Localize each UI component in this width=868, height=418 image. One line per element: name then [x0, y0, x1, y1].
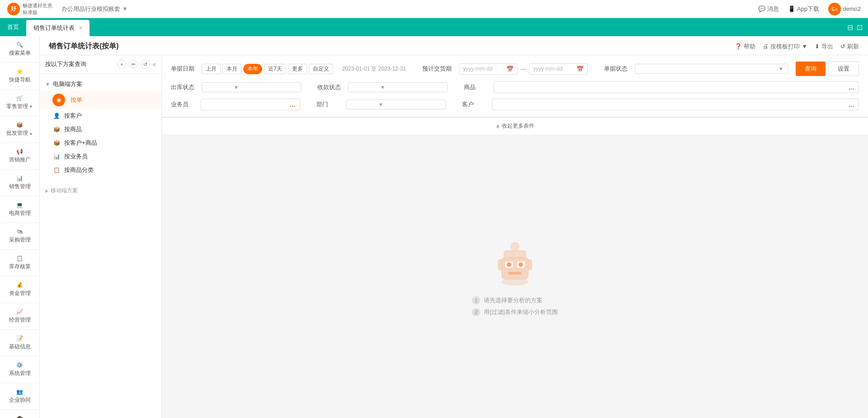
refresh-scheme-btn[interactable]: ↺	[141, 60, 150, 69]
wholesale-icon: 📦	[16, 122, 23, 128]
svg-point-4	[507, 262, 511, 267]
empty-tip-2: 2 用[过滤]条件来缩小分析范围	[472, 308, 557, 316]
bill-status-select[interactable]: ▼	[635, 64, 788, 74]
tab-sales-order[interactable]: 销售订单统计表 ×	[26, 20, 90, 36]
sidebar-item-marketing[interactable]: 📢 营销推广	[0, 143, 39, 170]
sidebar-item-system[interactable]: ⚙️ 系统管理	[0, 356, 39, 383]
sidebar-item-purchase[interactable]: 🛍 采购管理	[0, 223, 39, 250]
search-icon: 🔍	[16, 42, 23, 48]
date-btn-custom[interactable]: 自定义	[309, 64, 333, 74]
tip-num-2: 2	[472, 308, 480, 316]
date-label: 单据日期	[171, 65, 194, 73]
logo-icon: 好	[7, 3, 20, 15]
tree-expand-icon: ▼	[45, 81, 50, 87]
sidebar-item-inventory[interactable]: 📋 库存核算	[0, 250, 39, 276]
date-start-placeholder: yyyy-mm-dd	[463, 66, 492, 72]
expected-date-end-input[interactable]: yyyy-mm-dd 📅	[529, 63, 588, 75]
goods-input[interactable]: ...	[494, 81, 859, 93]
sidebar: 🔍 搜索菜单 ⭐ 快捷导航 🛒 零售管理 ▼ 📦 批发管理 ▲ 📢 营销推广	[0, 36, 40, 418]
app-icon: 📱	[788, 5, 795, 12]
expected-date-start-input[interactable]: yyyy-mm-dd 📅	[459, 63, 518, 75]
top-bar: 好 畅捷通好生意 标准版 办公用品行业模拟账套 ▼ 💬 消息 📱 App下载 E…	[0, 0, 868, 18]
sales-icon: 📊	[16, 175, 23, 181]
customer-more-icon[interactable]: ...	[849, 101, 854, 108]
scheme-item-by-order[interactable]: ◉ 按单	[40, 91, 161, 109]
date-btn-this-month[interactable]: 本月	[222, 64, 241, 74]
customer-input[interactable]: ...	[492, 99, 859, 110]
edit-scheme-btn[interactable]: ✏	[129, 60, 138, 69]
sidebar-item-ecommerce[interactable]: 💻 电商管理	[0, 196, 39, 223]
breadcrumb-arrow-icon[interactable]: ▼	[122, 5, 128, 12]
sidebar-item-newuser[interactable]: 🎓 新手引导	[0, 410, 39, 418]
sidebar-item-sales[interactable]: 📊 销售管理	[0, 170, 39, 196]
by-goods-icon: 📦	[52, 125, 61, 133]
tab-maximize-icon[interactable]: ⊡	[857, 23, 863, 32]
export-btn[interactable]: ⬇ 导出	[815, 43, 833, 51]
filter-row-3: 业务员 ... 部门 ▼ 客户 ...	[171, 99, 859, 110]
refresh-btn[interactable]: ↺ 刷新	[840, 43, 859, 51]
print-btn[interactable]: 🖨 按模板打印 ▼	[763, 43, 807, 51]
page-header-actions: ❓ 帮助 🖨 按模板打印 ▼ ⬇ 导出 ↺ 刷新	[735, 43, 859, 51]
by-customer-icon: 👤	[52, 112, 61, 120]
sidebar-item-operation[interactable]: 📈 经营管理	[0, 303, 39, 330]
pc-scheme-root[interactable]: ▼ 电脑端方案	[40, 77, 161, 91]
tab-bar-actions: ⊟ ⊡	[847, 23, 868, 32]
sidebar-item-finance[interactable]: 💰 资金管理	[0, 276, 39, 303]
goods-more-icon[interactable]: ...	[849, 84, 854, 91]
date-btn-7days[interactable]: 近7天	[264, 64, 286, 74]
sidebar-item-search[interactable]: 🔍 搜索菜单	[0, 36, 39, 63]
sidebar-item-enterprise[interactable]: 👥 企业协同	[0, 383, 39, 410]
system-icon: ⚙️	[16, 362, 23, 368]
settings-button[interactable]: 设置	[828, 62, 859, 76]
page-title: 销售订单统计表(按单)	[49, 42, 119, 51]
empty-state-svg	[488, 237, 542, 291]
department-select[interactable]: ▼	[346, 100, 446, 109]
add-scheme-btn[interactable]: +	[117, 60, 126, 69]
user-menu[interactable]: Ea demo2	[828, 3, 861, 15]
quicknav-icon: ⭐	[16, 68, 23, 75]
tab-minimize-icon[interactable]: ⊟	[847, 23, 853, 32]
collect-status-label: 收款状态	[317, 83, 341, 91]
svg-rect-7	[498, 259, 502, 271]
scheme-item-by-customer-goods[interactable]: 📦 按客户+商品	[40, 136, 161, 150]
sidebar-item-retail[interactable]: 🛒 零售管理 ▼	[0, 90, 39, 116]
retail-expand-icon: ▼	[29, 104, 33, 109]
ship-status-select[interactable]: ▼	[202, 82, 301, 92]
date-btn-last-month[interactable]: 上月	[202, 64, 221, 74]
collapse-more-btn[interactable]: ∧ 收起更多条件	[162, 117, 868, 134]
message-btn[interactable]: 💬 消息	[758, 5, 779, 13]
collect-status-select[interactable]: ▼	[348, 82, 448, 92]
purchase-icon: 🛍	[17, 228, 23, 235]
collapse-panel-btn[interactable]: «	[152, 61, 156, 68]
empty-state: 1 请先选择要分析的方案 2 用[过滤]条件来缩小分析范围	[162, 134, 868, 418]
date-end-placeholder: yyyy-mm-dd	[533, 66, 562, 72]
help-btn[interactable]: ❓ 帮助	[735, 43, 755, 51]
date-btn-more[interactable]: 更多	[288, 64, 307, 74]
mobile-scheme-label: 移动端方案	[51, 187, 78, 195]
salesperson-input[interactable]: ...	[201, 99, 300, 110]
breadcrumb-text: 办公用品行业模拟账套	[61, 5, 120, 13]
tab-close-icon[interactable]: ×	[79, 25, 82, 31]
enterprise-icon: 👥	[16, 389, 23, 395]
sidebar-item-quicknav[interactable]: ⭐ 快捷导航	[0, 63, 39, 90]
svg-rect-6	[508, 272, 522, 275]
right-panel: 单据日期 上月 本月 本年 近7天 更多 自定义 2023-01-01 至 20…	[162, 55, 868, 418]
date-btn-this-year[interactable]: 本年	[243, 64, 262, 74]
sidebar-item-wholesale[interactable]: 📦 批发管理 ▲	[0, 116, 39, 143]
basicinfo-icon: 📝	[16, 335, 23, 342]
date-separator: —	[520, 66, 526, 72]
sidebar-item-basic-info[interactable]: 📝 基础信息	[0, 330, 39, 356]
scheme-item-by-goods-category[interactable]: 📋 按商品分类	[40, 163, 161, 177]
message-icon: 💬	[758, 5, 765, 12]
left-panel-title: 按以下方案查询	[45, 60, 113, 68]
scheme-item-by-goods[interactable]: 📦 按商品	[40, 123, 161, 136]
filter-row-2: 出库状态 ▼ 收款状态 ▼ 商品 ...	[171, 81, 859, 93]
ecommerce-icon: 💻	[16, 202, 23, 208]
bill-status-dropdown[interactable]: ▼	[635, 64, 788, 74]
query-button[interactable]: 查询	[796, 62, 826, 76]
tab-home[interactable]: 首页	[0, 18, 26, 36]
scheme-item-by-customer[interactable]: 👤 按客户	[40, 109, 161, 123]
scheme-item-by-salesperson[interactable]: 📊 按业务员	[40, 150, 161, 163]
app-download-btn[interactable]: 📱 App下载	[788, 5, 819, 13]
salesperson-more-icon[interactable]: ...	[290, 101, 295, 108]
